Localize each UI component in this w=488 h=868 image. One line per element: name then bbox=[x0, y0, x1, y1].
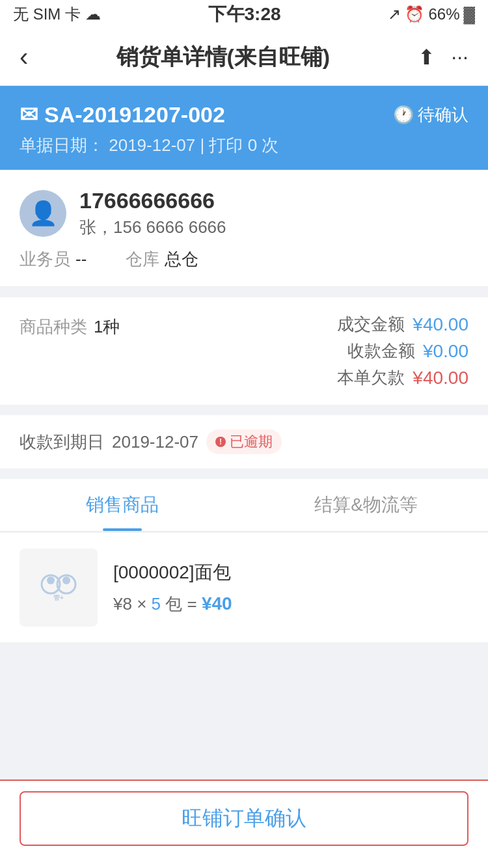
bottom-action-bar: 旺铺订单确认 bbox=[0, 780, 488, 868]
receipt-label: 收款金额 bbox=[347, 340, 415, 362]
date-value: 2019-12-07 bbox=[109, 135, 195, 155]
print-label: 打印 bbox=[209, 135, 243, 155]
sales-label: 业务员 bbox=[20, 248, 70, 271]
product-type-label: 商品种类 bbox=[20, 316, 87, 338]
svg-point-1 bbox=[47, 576, 55, 584]
product-logo: 管+ bbox=[33, 566, 85, 610]
status-time: 下午3:28 bbox=[208, 2, 281, 27]
alarm-icon: ⏰ bbox=[405, 5, 424, 23]
order-header-card: ✉ SA-20191207-002 🕐 待确认 单据日期： 2019-12-07… bbox=[0, 86, 488, 170]
print-separator: | bbox=[200, 135, 209, 155]
page-title: 销货单详情(来自旺铺) bbox=[116, 42, 331, 72]
order-id: ✉ SA-20191207-002 bbox=[20, 102, 225, 128]
sales-item: 业务员 -- bbox=[20, 248, 87, 271]
due-label: 收款到期日 bbox=[20, 431, 104, 454]
status-text: 待确认 bbox=[418, 103, 468, 126]
balance-label: 本单欠款 bbox=[337, 366, 405, 389]
summary-card: 商品种类 1种 成交金额 ¥40.00 收款金额 ¥0.00 本单欠款 ¥40.… bbox=[0, 297, 488, 405]
due-date-card: 收款到期日 2019-12-07 ! 已逾期 bbox=[0, 415, 488, 468]
order-icon: ✉ bbox=[20, 102, 38, 128]
more-icon[interactable]: ··· bbox=[451, 45, 468, 69]
status-right: ↗ ⏰ 66% ▓ bbox=[388, 5, 475, 23]
back-button[interactable]: ‹ bbox=[20, 42, 28, 72]
tab-bar: 销售商品 结算&物流等 bbox=[0, 479, 488, 532]
overdue-dot-icon: ! bbox=[215, 437, 226, 447]
tab-sales-label: 销售商品 bbox=[86, 493, 159, 517]
status-bar: 无 SIM 卡 ☁ 下午3:28 ↗ ⏰ 66% ▓ bbox=[0, 0, 488, 29]
quantity-value: 5 bbox=[152, 594, 161, 614]
confirm-order-button[interactable]: 旺铺订单确认 bbox=[20, 791, 468, 846]
no-sim-label: 无 SIM 卡 ☁ bbox=[13, 4, 101, 25]
customer-avatar: 👤 bbox=[20, 190, 66, 237]
svg-text:管+: 管+ bbox=[53, 594, 64, 601]
unit-label: 包 bbox=[165, 594, 182, 614]
warehouse-item: 仓库 总仓 bbox=[126, 248, 198, 271]
customer-card: 👤 17666666666 张，156 6666 6666 业务员 -- 仓库 … bbox=[0, 170, 488, 287]
order-status: 🕐 待确认 bbox=[393, 103, 468, 126]
status-clock-icon: 🕐 bbox=[393, 105, 414, 125]
product-image: 管+ bbox=[20, 549, 98, 627]
product-details: [0000002]面包 ¥8 × 5 包 = ¥40 bbox=[113, 560, 468, 616]
amounts-block: 成交金额 ¥40.00 收款金额 ¥0.00 本单欠款 ¥40.00 bbox=[337, 313, 468, 389]
balance-value: ¥40.00 bbox=[413, 368, 468, 388]
order-id-text: SA-20191207-002 bbox=[44, 102, 225, 128]
multiply-sign: × bbox=[137, 594, 151, 614]
amount-label: 成交金额 bbox=[337, 313, 405, 336]
warehouse-label: 仓库 bbox=[126, 248, 159, 271]
product-name: [0000002]面包 bbox=[113, 560, 468, 585]
warehouse-value: 总仓 bbox=[165, 248, 198, 271]
svg-point-3 bbox=[62, 576, 70, 584]
nav-bar: ‹ 销货单详情(来自旺铺) ⬆ ··· bbox=[0, 29, 488, 86]
nav-actions: ⬆ ··· bbox=[418, 45, 468, 70]
avatar-icon: 👤 bbox=[29, 200, 58, 227]
tab-settlement[interactable]: 结算&物流等 bbox=[244, 479, 488, 531]
receipt-value: ¥0.00 bbox=[423, 341, 468, 362]
total-price: ¥40 bbox=[202, 593, 232, 614]
date-label: 单据日期： bbox=[20, 135, 104, 155]
print-count: 0 bbox=[248, 135, 257, 155]
print-unit: 次 bbox=[262, 135, 278, 155]
due-date: 2019-12-07 bbox=[112, 432, 198, 452]
price-base: ¥8 bbox=[113, 594, 132, 614]
share-icon[interactable]: ⬆ bbox=[418, 45, 435, 70]
sales-value: -- bbox=[75, 249, 87, 269]
product-type-value: 1种 bbox=[94, 316, 120, 338]
overdue-badge: ! 已逾期 bbox=[206, 429, 282, 454]
status-left: 无 SIM 卡 ☁ bbox=[13, 4, 101, 25]
product-price-row: ¥8 × 5 包 = ¥40 bbox=[113, 593, 468, 616]
battery-label: 66% bbox=[428, 5, 459, 23]
product-list-item: 管+ [0000002]面包 ¥8 × 5 包 = ¥40 bbox=[0, 533, 488, 642]
tab-active-indicator bbox=[103, 528, 142, 531]
overdue-text: 已逾期 bbox=[230, 432, 273, 452]
location-icon: ↗ bbox=[388, 5, 401, 23]
tab-settlement-label: 结算&物流等 bbox=[314, 493, 418, 517]
battery-icon: ▓ bbox=[463, 5, 475, 23]
tab-sales-products[interactable]: 销售商品 bbox=[0, 479, 244, 531]
equals-sign: = bbox=[187, 594, 202, 614]
customer-phone: 17666666666 bbox=[79, 188, 226, 213]
order-date-row: 单据日期： 2019-12-07 | 打印 0 次 bbox=[20, 134, 468, 157]
customer-name: 张，156 6666 6666 bbox=[79, 216, 226, 239]
amount-value: ¥40.00 bbox=[413, 314, 468, 335]
